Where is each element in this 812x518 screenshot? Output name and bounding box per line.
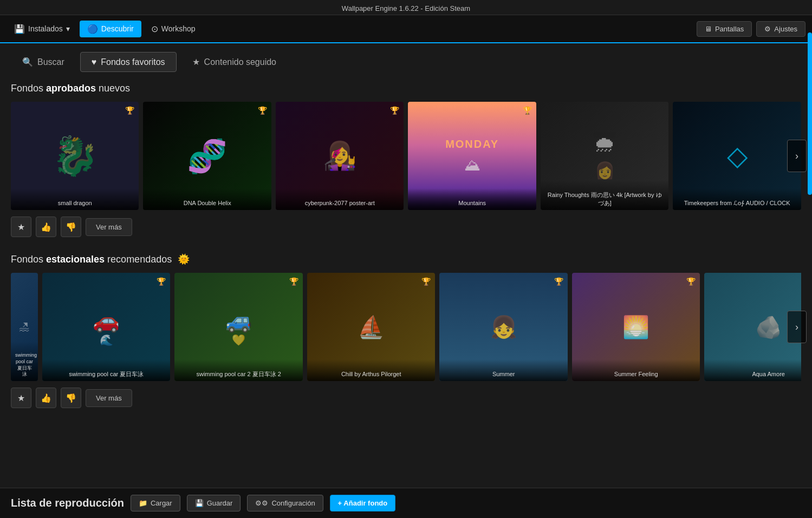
thumbup-button-seasonal[interactable]: 👍 <box>36 388 56 408</box>
ajustes-label: Ajustes <box>774 25 797 33</box>
card-mountains[interactable]: MONDAY ⛰ 🏆 Mountains <box>408 102 536 210</box>
section-approved-title: Fondos aprobados nuevos <box>11 83 801 94</box>
approved-cards-row: 🐉 🏆 small dragon 🧬 🏆 DNA Double Helix <box>11 102 801 210</box>
card-trophy-s4: 🏆 <box>554 277 563 286</box>
card-label-1: small dragon <box>11 188 139 210</box>
pool-car2-extra: 💛 <box>232 333 245 346</box>
star-icon: ★ <box>192 57 200 67</box>
card-partial-left[interactable]: 🏖 swimming pool car 夏日车泳 <box>11 273 38 381</box>
card-trophy-s5: 🏆 <box>686 277 696 286</box>
right-scrollbar[interactable] <box>808 32 812 195</box>
star-button-seasonal[interactable]: ★ <box>11 388 31 408</box>
search-icon: 🔍 <box>22 57 33 67</box>
chill-visual: ⛵ <box>358 314 385 340</box>
card-label-5: Rainy Thoughts 雨の思い 4k [Artwork by ゆづあ] <box>541 180 668 210</box>
nav-right: 🖥 Pantallas ⚙ Ajustes <box>697 21 805 37</box>
configuracion-button[interactable]: ⚙⚙ Configuración <box>247 495 323 512</box>
card-label-s6: Aqua Amore <box>704 359 801 381</box>
main-content: 🔍 Buscar ♥ Fondos favoritos ★ Contenido … <box>0 43 812 433</box>
rainy-face: 👩 <box>595 161 615 180</box>
workshop-button[interactable]: ⊙ Workshop <box>144 21 203 37</box>
card-label-2: DNA Double Helix <box>143 188 271 210</box>
workshop-label: Workshop <box>161 24 196 33</box>
card-label-partial: swimming pool car 夏日车泳 <box>11 342 38 381</box>
ajustes-button[interactable]: ⚙ Ajustes <box>756 21 805 37</box>
summer-visual: 👧 <box>490 314 517 340</box>
compass-icon: 🔵 <box>87 24 98 34</box>
star-button-approved[interactable]: ★ <box>11 217 31 237</box>
pool-car-visual: 🚗 <box>93 308 120 333</box>
tab-seguido-label: Contenido seguido <box>204 57 276 67</box>
card-trophy-s3: 🏆 <box>421 277 431 286</box>
star-icon: ★ <box>17 393 25 403</box>
heart-icon: ♥ <box>92 57 97 67</box>
steam-icon: ⊙ <box>151 24 158 34</box>
card-dna[interactable]: 🧬 🏆 DNA Double Helix <box>143 102 271 210</box>
pantallas-label: Pantallas <box>715 25 744 33</box>
pantallas-button[interactable]: 🖥 Pantallas <box>697 21 752 37</box>
thumbup-button-approved[interactable]: 👍 <box>36 217 56 237</box>
nav-bar: 💾 Instalados ▾ 🔵 Descubrir ⊙ Workshop 🖥 … <box>0 15 812 43</box>
card-rainy[interactable]: 🌧 👩 Rainy Thoughts 雨の思い 4k [Artwork by ゆ… <box>541 102 668 210</box>
tab-buscar[interactable]: 🔍 Buscar <box>11 52 76 72</box>
save-icon: 💾 <box>14 24 25 34</box>
tab-bar: 🔍 Buscar ♥ Fondos favoritos ★ Contenido … <box>11 52 801 72</box>
tab-favoritos[interactable]: ♥ Fondos favoritos <box>80 52 177 72</box>
card-label-s1: swimming pool car 夏日车泳 <box>42 359 170 381</box>
ver-mas-seasonal-button[interactable]: Ver más <box>86 389 132 407</box>
card-label-s4: Summer <box>439 359 567 381</box>
action-row-seasonal: ★ 👍 👎 Ver más <box>11 388 801 408</box>
card-timekeepers[interactable]: ◇ Timekeepers from ℒo∱ AUDIO / CLOCK <box>673 102 801 210</box>
tab-favoritos-label: Fondos favoritos <box>101 57 165 67</box>
title-bar: Wallpaper Engine 1.6.22 - Edición Steam <box>0 0 812 15</box>
cargar-button[interactable]: 📁 Cargar <box>131 495 180 512</box>
thumbup-icon: 👍 <box>41 393 51 403</box>
section-seasonal-title: Fondos estacionales recomendados 🌞 <box>11 253 801 265</box>
bottom-bar: Lista de reproducción 📁 Cargar 💾 Guardar… <box>0 488 812 518</box>
guardar-button[interactable]: 💾 Guardar <box>187 495 241 512</box>
card-chill[interactable]: ⛵ 🏆 Chill by Arthus Pilorget <box>307 273 435 381</box>
thumbdown-button-seasonal[interactable]: 👎 <box>61 388 81 408</box>
descubrir-label: Descubrir <box>101 24 134 33</box>
dna-visual: 🧬 <box>187 137 228 175</box>
instalados-button[interactable]: 💾 Instalados ▾ <box>7 21 77 37</box>
dropdown-arrow: ▾ <box>66 24 70 33</box>
section-approved: Fondos aprobados nuevos 🐉 🏆 small dragon <box>11 83 801 237</box>
sun-emoji: 🌞 <box>178 254 190 265</box>
feeling-visual: 🌅 <box>622 314 649 340</box>
card-pool-car[interactable]: 🚗 🌊 🏆 swimming pool car 夏日车泳 <box>42 273 170 381</box>
card-summer-feeling[interactable]: 🌅 🏆 Summer Feeling <box>572 273 700 381</box>
chevron-right-icon: › <box>795 150 798 162</box>
card-label-s5: Summer Feeling <box>572 359 700 381</box>
cargar-label: Cargar <box>151 499 172 507</box>
floppy-icon: 💾 <box>195 499 204 507</box>
card-small-dragon[interactable]: 🐉 🏆 small dragon <box>11 102 139 210</box>
action-row-approved: ★ 👍 👎 Ver más <box>11 217 801 237</box>
ver-mas-approved-button[interactable]: Ver más <box>86 218 132 236</box>
playlist-title: Lista de reproducción <box>11 497 124 509</box>
card-trophy-s1: 🏆 <box>157 277 166 286</box>
scroll-arrow-seasonal[interactable]: › <box>787 311 807 343</box>
monday-text: MONDAY <box>445 138 499 150</box>
app-title: Wallpaper Engine 1.6.22 - Edición Steam <box>342 4 470 12</box>
tab-buscar-label: Buscar <box>37 57 64 67</box>
guardar-label: Guardar <box>207 499 233 507</box>
añadir-fondo-button[interactable]: + Añadir fondo <box>330 495 396 512</box>
thumbdown-button-approved[interactable]: 👎 <box>61 217 81 237</box>
card-label-s2: swimming pool car 2 夏日车泳 2 <box>174 359 302 381</box>
card-label-4: Mountains <box>408 188 536 210</box>
tab-seguido[interactable]: ★ Contenido seguido <box>181 52 288 72</box>
mountain-visual: ⛰ <box>464 156 480 174</box>
partial-visual: 🏖 <box>19 321 30 333</box>
card-trophy-3: 🏆 <box>390 106 399 115</box>
card-summer[interactable]: 👧 🏆 Summer <box>439 273 567 381</box>
scroll-arrow-approved[interactable]: › <box>787 140 807 172</box>
añadir-label: + Añadir fondo <box>338 499 388 507</box>
descubrir-button[interactable]: 🔵 Descubrir <box>80 21 141 37</box>
section-seasonal: Fondos estacionales recomendados 🌞 🏖 swi… <box>11 253 801 408</box>
seasonal-cards-row: 🏖 swimming pool car 夏日车泳 🚗 🌊 🏆 swimming … <box>11 273 801 381</box>
settings-icon: ⚙⚙ <box>255 499 268 507</box>
card-cyberpunk[interactable]: 👩‍🎤 🏆 cyberpunk-2077 poster-art <box>276 102 404 210</box>
monitor-icon: 🖥 <box>705 25 712 33</box>
card-pool-car-2[interactable]: 🚙 💛 🏆 swimming pool car 2 夏日车泳 2 <box>174 273 302 381</box>
